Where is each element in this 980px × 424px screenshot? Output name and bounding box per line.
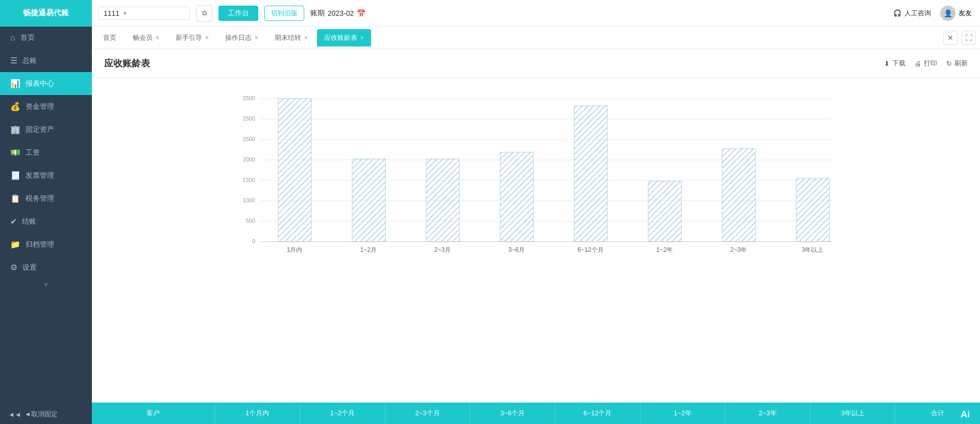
svg-text:2500: 2500	[243, 95, 255, 101]
copy-button[interactable]: ⧉	[196, 5, 212, 21]
print-label: 打印	[924, 59, 937, 68]
content-area: 首页 畅会员 × 新手引导 × 操作日志 × 期末结转 × 应收账龄表 ×	[92, 27, 980, 424]
tab-oplog[interactable]: 操作日志 ×	[218, 29, 265, 46]
tab-label: 新手引导	[176, 33, 202, 42]
page-content: 应收账龄表 ⬇ 下载 🖨 打印 ↻ 刷新	[92, 49, 980, 424]
headset-icon: 🎧	[893, 9, 901, 17]
tab-home[interactable]: 首页	[96, 29, 124, 46]
tab-label: 畅会员	[133, 33, 153, 42]
svg-text:6~12个月: 6~12个月	[577, 246, 603, 253]
sidebar-item-salary[interactable]: 💵 工资	[0, 141, 92, 164]
tab-period-transfer[interactable]: 期末结转 ×	[267, 29, 315, 46]
svg-text:3年以上: 3年以上	[802, 246, 824, 253]
bar-3年以上	[796, 178, 829, 242]
cancel-fixed-icon: ◄◄	[8, 411, 21, 418]
col-3year-plus: 3年以上	[811, 403, 896, 424]
col-2-3month: 2~3个月	[385, 403, 471, 424]
period-area: 账期 2023-02 📅	[310, 9, 365, 18]
download-button[interactable]: ⬇ 下载	[884, 59, 905, 68]
settle-icon: ✔	[10, 217, 17, 226]
sidebar-item-label: 结账	[22, 217, 36, 226]
bar-1-2年	[648, 181, 681, 242]
sidebar-item-label: 首页	[20, 33, 35, 42]
consult-button[interactable]: 🎧 人工咨询	[893, 9, 931, 18]
sidebar-item-label: 固定资产	[26, 125, 54, 134]
svg-text:500: 500	[246, 218, 255, 224]
refresh-icon: ↻	[946, 60, 952, 67]
page-header: 应收账龄表 ⬇ 下载 🖨 打印 ↻ 刷新	[92, 49, 980, 78]
svg-text:2500: 2500	[243, 115, 255, 122]
print-button[interactable]: 🖨 打印	[915, 59, 937, 68]
calendar-icon[interactable]: 📅	[357, 9, 365, 17]
bar-1-2月	[352, 159, 385, 242]
table-header: 客户 1个月内 1~2个月 2~3个月 3~6个月 6~12个月 1~2年 2~…	[92, 403, 980, 424]
cancel-fixed-button[interactable]: ◄◄ ◄取消固定	[0, 405, 92, 424]
tab-close-icon[interactable]: ×	[255, 34, 258, 41]
company-selector[interactable]: 1111 ▾	[98, 7, 190, 20]
col-customer: 客户	[92, 403, 215, 424]
svg-text:2~3月: 2~3月	[434, 246, 451, 253]
svg-text:1~2年: 1~2年	[656, 246, 673, 253]
workbench-button[interactable]: 工作台	[218, 6, 258, 21]
tab-label: 应收账龄表	[324, 33, 357, 42]
sidebar-item-reports[interactable]: 📊 报表中心	[0, 72, 92, 95]
tab-label: 操作日志	[225, 33, 252, 42]
tab-aging-report[interactable]: 应收账龄表 ×	[317, 29, 371, 46]
sidebar-item-funds[interactable]: 💰 资金管理	[0, 95, 92, 118]
report-icon: 📊	[10, 79, 20, 88]
sidebar-item-label: 税务管理	[26, 194, 54, 203]
period-value: 2023-02	[328, 9, 354, 17]
archive-icon: 📁	[10, 240, 20, 249]
svg-text:3~6月: 3~6月	[508, 246, 525, 253]
tab-close-icon[interactable]: ×	[360, 34, 364, 41]
svg-text:2000: 2000	[243, 156, 255, 162]
sidebar-item-label: 设置	[22, 263, 37, 272]
maximize-icon: ⛶	[965, 34, 972, 42]
bar-1月内	[278, 99, 311, 242]
switch-version-button[interactable]: 切到旧版	[264, 6, 304, 21]
main-layout: ⌂ 首页 ☰ 总账 📊 报表中心 💰 资金管理 🏢 固定资产 💵 工资 🧾 发票…	[0, 27, 980, 424]
logo-area: 畅捷通易代账	[0, 0, 92, 27]
avatar: 👤	[940, 6, 955, 21]
sidebar-item-settings[interactable]: ⚙ 设置	[0, 256, 92, 279]
svg-text:2500: 2500	[243, 136, 255, 142]
col-2-3year: 2~3年	[725, 403, 811, 424]
sidebar: ⌂ 首页 ☰ 总账 📊 报表中心 💰 资金管理 🏢 固定资产 💵 工资 🧾 发票…	[0, 27, 92, 424]
tab-close-icon[interactable]: ×	[156, 34, 159, 41]
sidebar-item-settle[interactable]: ✔ 结账	[0, 210, 92, 233]
sidebar-item-archive[interactable]: 📁 归档管理	[0, 233, 92, 256]
header-right: 🎧 人工咨询 👤 友友	[893, 6, 972, 21]
col-1-2month: 1~2个月	[300, 403, 385, 424]
salary-icon: 💵	[10, 148, 20, 157]
maximize-tab-button[interactable]: ⛶	[962, 31, 976, 45]
scroll-down-icon: ▼	[43, 281, 50, 289]
company-name: 1111	[104, 9, 119, 17]
sidebar-item-tax[interactable]: 📋 税务管理	[0, 187, 92, 210]
col-1-2year: 1~2年	[641, 403, 726, 424]
sidebar-item-assets[interactable]: 🏢 固定资产	[0, 118, 92, 141]
top-header: 畅捷通易代账 1111 ▾ ⧉ 工作台 切到旧版 账期 2023-02 📅 🎧 …	[0, 0, 980, 27]
svg-text:0: 0	[252, 238, 255, 244]
refresh-button[interactable]: ↻ 刷新	[946, 59, 968, 68]
tab-close-icon[interactable]: ×	[304, 34, 308, 41]
logo-text: 畅捷通易代账	[23, 8, 69, 18]
tab-guide[interactable]: 新手引导 ×	[168, 29, 216, 46]
tab-label: 首页	[103, 33, 116, 42]
sidebar-item-invoice[interactable]: 🧾 发票管理	[0, 164, 92, 187]
close-tab-button[interactable]: ✕	[943, 31, 958, 45]
bar-chart: 2500 2500 2500 2000 1500 1000 500 0	[107, 88, 965, 272]
tab-close-icon[interactable]: ×	[205, 34, 209, 41]
sidebar-item-label: 资金管理	[26, 102, 54, 111]
tab-member[interactable]: 畅会员 ×	[126, 29, 166, 46]
download-icon: ⬇	[884, 60, 890, 67]
ai-badge[interactable]: Ai	[950, 405, 980, 424]
ledger-icon: ☰	[10, 56, 17, 65]
period-label: 账期	[310, 9, 325, 18]
tax-icon: 📋	[10, 194, 20, 203]
sidebar-item-ledger[interactable]: ☰ 总账	[0, 49, 92, 72]
scroll-down-indicator[interactable]: ▼	[0, 279, 92, 291]
svg-text:2~3年: 2~3年	[730, 246, 747, 253]
sidebar-item-home[interactable]: ⌂ 首页	[0, 27, 92, 49]
user-area[interactable]: 👤 友友	[940, 6, 972, 21]
sidebar-item-label: 总账	[22, 56, 37, 65]
